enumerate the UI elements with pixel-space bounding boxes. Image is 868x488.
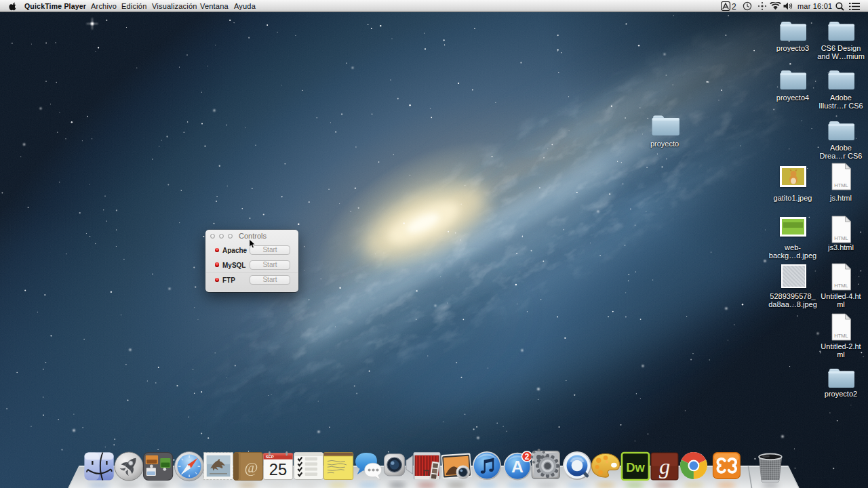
svg-text:2: 2: [525, 452, 530, 462]
svg-text:25: 25: [269, 460, 287, 479]
svg-text:Dw: Dw: [626, 460, 645, 474]
svg-text:2: 2: [732, 2, 736, 11]
svg-text:A: A: [511, 458, 524, 476]
svg-text:g: g: [659, 454, 670, 479]
svg-text:@: @: [244, 460, 258, 476]
